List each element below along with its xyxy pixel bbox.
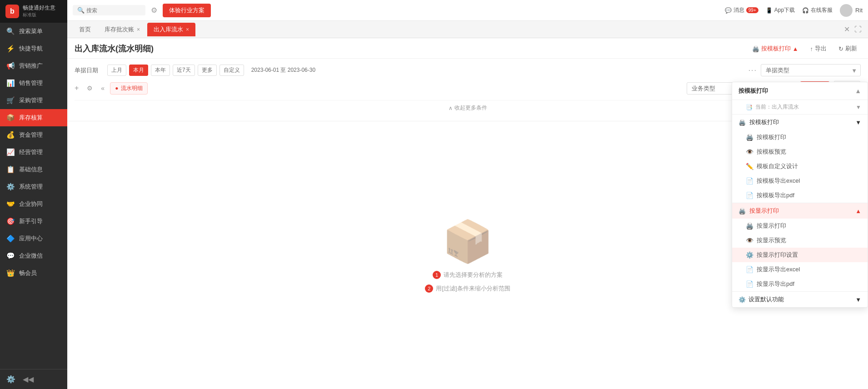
sidebar-item-search[interactable]: 🔍 搜索菜单: [0, 23, 67, 40]
sidebar-item-finance[interactable]: 💰 资金管理: [0, 126, 67, 144]
template-print-items: 🖨️ 按模板打印 👁️ 按模板预览 ✏️ 模板自定义设计 📄 按模板导出exce…: [732, 130, 868, 203]
filter-settings-icon[interactable]: ⚙: [87, 85, 93, 92]
user-avatar: [840, 4, 853, 17]
dropdown-expand-icon[interactable]: ▲: [855, 87, 861, 95]
tab-batch-close-icon[interactable]: ×: [137, 26, 140, 33]
item-label: 按模板预览: [757, 148, 786, 156]
receipt-type-wrap: 单据类型 ▼: [761, 64, 861, 76]
display-print-group-header[interactable]: 🖨️ 按显示打印 ▲: [732, 203, 868, 219]
sidebar-item-purchase[interactable]: 🛒 采购管理: [0, 92, 67, 109]
sidebar-item-operation[interactable]: 📈 经营管理: [0, 144, 67, 161]
filter-collapse-arrows[interactable]: «: [101, 85, 105, 92]
display-print-header-left: 🖨️ 按显示打印: [738, 207, 779, 215]
item-label: 模板自定义设计: [757, 162, 798, 170]
export-label: 导出: [815, 45, 827, 53]
item-label: 按模板导出excel: [757, 177, 800, 185]
sidebar-item-inventory[interactable]: 📦 库存核算: [0, 109, 67, 126]
date-btn-year[interactable]: 本年: [151, 65, 170, 76]
filter-more-dots[interactable]: ···: [748, 66, 757, 75]
print-dropdown-panel: 按模板打印 ▲ 📑 当前：出入库流水 ▼ 🖨️ 按模板打印: [732, 82, 868, 308]
dropdown-item-display-preview[interactable]: 👁️ 按显示预览: [732, 233, 868, 248]
date-btn-more[interactable]: 更多: [198, 65, 217, 76]
dropdown-item-template-excel[interactable]: 📄 按模板导出excel: [732, 174, 868, 188]
sidebar-item-label: 资金管理: [19, 131, 43, 139]
tab-inout-flow-label: 出入库流水: [154, 25, 183, 34]
sidebar-item-quick-nav[interactable]: ⚡ 快捷导航: [0, 40, 67, 57]
dropdown-item-template-pdf[interactable]: 📄 按模板导出pdf: [732, 188, 868, 203]
sidebar-item-system[interactable]: ⚙️ 系统管理: [0, 178, 67, 195]
dropdown-item-template-preview[interactable]: 👁️ 按模板预览: [732, 145, 868, 159]
printer-icon: 🖨️: [752, 45, 759, 52]
date-btn-current-month[interactable]: 本月: [129, 65, 148, 76]
app-name-block: 畅捷通好生意 标准版: [23, 5, 55, 18]
message-btn[interactable]: 💬 消息 99+: [725, 6, 758, 14]
dropdown-item-display-print[interactable]: 🖨️ 按显示打印: [732, 219, 868, 233]
tab-batch-account[interactable]: 库存批次账 ×: [98, 23, 146, 36]
tab-inout-close-icon[interactable]: ×: [186, 26, 189, 33]
dropdown-item-display-pdf[interactable]: 📄 按显示导出pdf: [732, 277, 868, 291]
topbar-search-box[interactable]: 🔍: [73, 5, 145, 15]
dropdown-item-display-excel[interactable]: 📄 按显示导出excel: [732, 262, 868, 277]
sidebar-item-label: 畅会员: [19, 269, 37, 277]
current-icon: 📑: [746, 104, 753, 110]
dropdown-footer-left: ⚙️ 设置默认功能: [738, 295, 784, 304]
sidebar-item-marketing[interactable]: 📢 营销推广: [0, 57, 67, 75]
sidebar-footer: ⚙️ ◀◀: [0, 369, 67, 389]
sidebar-item-sales[interactable]: 📊 销售管理: [0, 75, 67, 92]
industry-btn[interactable]: 体验行业方案: [163, 4, 211, 17]
sidebar-item-member[interactable]: 👑 畅会员: [0, 264, 67, 282]
sidebar-logo: b 畅捷通好生意 标准版: [0, 0, 67, 23]
receipt-type-select[interactable]: 单据类型: [761, 64, 861, 76]
sidebar-item-label: 企业协同: [19, 200, 43, 208]
display-print-chevron: ▲: [855, 208, 861, 214]
template-print-chevron: ▼: [855, 119, 861, 126]
export-btn[interactable]: ↑ 导出: [807, 43, 831, 55]
chevron-up-icon: ▲: [793, 45, 798, 52]
tab-close-all-icon[interactable]: ✕: [843, 24, 851, 35]
dropdown-item-template-custom[interactable]: ✏️ 模板自定义设计: [732, 159, 868, 174]
print-template-btn[interactable]: 🖨️ 按模板打印 ▲: [748, 43, 802, 55]
edit-icon: ✏️: [746, 163, 753, 170]
date-btn-custom[interactable]: 自定义: [219, 65, 244, 76]
sidebar-item-collab[interactable]: 🤝 企业协同: [0, 195, 67, 213]
search-icon: 🔍: [6, 27, 15, 35]
dropdown-footer[interactable]: ⚙️ 设置默认功能 ▼: [732, 292, 868, 307]
sidebar-item-label: 快捷导航: [19, 45, 43, 53]
dropdown-item-template-print[interactable]: 🖨️ 按模板打印: [732, 130, 868, 145]
sidebar-item-label: 营销推广: [19, 62, 43, 70]
sidebar-item-wechat[interactable]: 💬 企业微信: [0, 247, 67, 264]
wechat-icon: 💬: [6, 252, 15, 260]
sidebar-nav: 🔍 搜索菜单 ⚡ 快捷导航 📢 营销推广 📊 销售管理 🛒 采购管理 📦 库存核…: [0, 23, 67, 369]
app-center-icon: 🔷: [6, 234, 15, 243]
user-avatar-area[interactable]: Rit: [840, 4, 863, 17]
filter-tag-dot: ●: [115, 85, 118, 91]
refresh-btn[interactable]: ↻ 刷新: [835, 43, 861, 55]
hint-text-2: 用[过滤]条件来缩小分析范围: [436, 284, 510, 293]
app-download-btn[interactable]: 📱 App下载: [766, 6, 795, 14]
online-service-btn[interactable]: 🎧 在线客服: [802, 6, 833, 14]
dropdown-item-display-print-settings[interactable]: ⚙️ 按显示打印设置: [732, 248, 868, 262]
topbar-settings-icon[interactable]: ⚙: [149, 4, 159, 16]
hint-text-1: 请先选择要分析的方案: [444, 271, 503, 279]
export-icon: ↑: [810, 45, 813, 52]
display-print-items: 🖨️ 按显示打印 👁️ 按显示预览 ⚙️ 按显示打印设置 📄 按显示导出exce…: [732, 219, 868, 291]
search-input[interactable]: [86, 7, 141, 14]
print-template-label: 按模板打印: [761, 45, 791, 53]
sidebar-item-app-center[interactable]: 🔷 应用中心: [0, 230, 67, 247]
sidebar-item-guide[interactable]: 🎯 新手引导: [0, 213, 67, 230]
tab-home[interactable]: 首页: [73, 23, 97, 36]
filter-add-icon[interactable]: +: [75, 84, 79, 92]
tab-inout-flow[interactable]: 出入库流水 ×: [147, 23, 195, 36]
finance-icon: 💰: [6, 131, 15, 139]
template-print-group-header[interactable]: 🖨️ 按模板打印 ▼: [732, 115, 868, 130]
tab-expand-icon[interactable]: ⛶: [853, 25, 863, 35]
settings-footer-icon[interactable]: ⚙️: [6, 375, 15, 384]
sidebar-item-basic[interactable]: 📋 基础信息: [0, 161, 67, 178]
filter-label-date: 单据日期: [75, 66, 102, 75]
collapse-sidebar-icon[interactable]: ◀◀: [23, 375, 34, 384]
date-btn-7days[interactable]: 近7天: [173, 65, 195, 76]
marketing-icon: 📢: [6, 62, 15, 70]
dropdown-footer-chevron: ▼: [855, 296, 861, 303]
date-btn-prev-month[interactable]: 上月: [107, 65, 126, 76]
page-content: 出入库流水(流水明细) 🖨️ 按模板打印 ▲ ↑ 导出 ↻ 刷新: [67, 38, 868, 389]
